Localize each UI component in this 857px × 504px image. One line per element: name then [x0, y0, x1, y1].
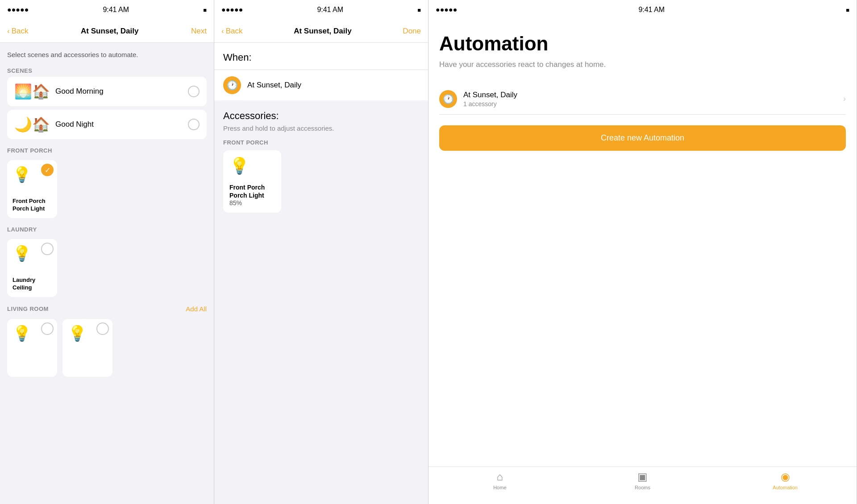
tab-rooms-label: Rooms: [635, 485, 650, 490]
tab-home[interactable]: ⌂ Home: [428, 471, 571, 490]
select-subtext: Select scenes and accessories to automat…: [0, 43, 214, 63]
content-2: When: 🕐 At Sunset, Daily Accessories: Pr…: [214, 43, 428, 504]
laundry-header: LAUNDRY: [0, 222, 214, 235]
front-porch-header: FRONT PORCH: [0, 143, 214, 157]
placeholder-radio-2[interactable]: [96, 322, 109, 335]
rooms-icon: ▣: [637, 471, 648, 483]
back-button-2[interactable]: ‹ Back: [221, 27, 242, 36]
time-display: 9:41 AM: [103, 6, 129, 14]
battery-icon-3: ■: [846, 7, 849, 13]
front-porch-grid: 💡 Front PorchPorch Light ✓: [0, 157, 214, 222]
placeholder-icon-1: 💡: [12, 324, 31, 342]
tab-automation[interactable]: ◉ Automation: [714, 471, 857, 490]
status-bar-2: ●●●●● 9:41 AM ■: [214, 0, 428, 20]
automation-title: Automation: [439, 33, 846, 54]
accessories-subtitle: Press and hold to adjust accessories.: [223, 124, 419, 132]
good-night-radio[interactable]: [188, 119, 200, 130]
placeholder-radio-1[interactable]: [41, 322, 54, 335]
laundry-radio[interactable]: [41, 243, 54, 255]
good-night-icon: 🌙🏠: [14, 116, 50, 133]
acc-living-placeholder-2[interactable]: 💡: [62, 319, 112, 377]
signal-icon: ●●●●●: [7, 6, 29, 14]
good-night-label: Good Night: [55, 120, 94, 129]
chevron-right-icon: ›: [843, 94, 846, 103]
when-label: When:: [214, 43, 428, 70]
tab-bar-3: ⌂ Home ▣ Rooms ◉ Automation: [428, 467, 857, 504]
automation-row-subtitle: 1 accessory: [463, 100, 837, 107]
check-icon: ✓: [41, 164, 54, 176]
clock-icon: 🕐: [223, 76, 241, 94]
acc-living-placeholder-1[interactable]: 💡: [7, 319, 57, 377]
nav-bar-1: ‹ Back At Sunset, Daily Next: [0, 20, 214, 43]
automation-icon: ◉: [781, 471, 790, 483]
bulb-icon-p2: 💡: [229, 157, 250, 175]
automation-row-title: At Sunset, Daily: [463, 91, 837, 99]
bulb-icon-yellow: 💡: [12, 165, 31, 183]
done-button[interactable]: Done: [403, 27, 421, 36]
front-porch-light-label: Front PorchPorch Light: [12, 198, 46, 213]
scene-good-night[interactable]: 🌙🏠 Good Night: [7, 110, 207, 139]
scene-good-morning[interactable]: 🌅🏠 Good Morning: [7, 77, 207, 106]
good-morning-label: Good Morning: [55, 87, 104, 96]
good-morning-icon: 🌅🏠: [14, 83, 50, 100]
placeholder-icon-2: 💡: [68, 324, 87, 342]
accessories-grid-p2: 💡 Front PorchPorch Light 85%: [223, 150, 419, 213]
nav-bar-2: ‹ Back At Sunset, Daily Done: [214, 20, 428, 43]
automation-content: Automation Have your accessories react t…: [428, 20, 857, 467]
living-room-section-header: LIVING ROOM Add All: [0, 301, 214, 315]
good-morning-radio[interactable]: [188, 86, 200, 97]
acc-pct-p2: 85%: [229, 199, 265, 207]
laundry-ceiling-label: LaundryCeiling: [12, 277, 35, 292]
front-porch-group-label: FRONT PORCH: [223, 139, 419, 146]
automation-subtitle: Have your accessories react to changes a…: [439, 59, 846, 70]
create-automation-button[interactable]: Create new Automation: [439, 125, 846, 151]
tab-automation-label: Automation: [773, 485, 798, 490]
time-display-2: 9:41 AM: [317, 6, 343, 14]
status-bar-3: ●●●●● 9:41 AM ■: [428, 0, 857, 20]
living-room-header: LIVING ROOM: [7, 306, 49, 312]
automation-clock-icon: 🕐: [439, 90, 457, 108]
nav-title-2: At Sunset, Daily: [294, 27, 351, 36]
time-display-3: 9:41 AM: [638, 6, 665, 14]
living-room-grid: 💡 💡: [0, 315, 214, 380]
accessories-section: Accessories: Press and hold to adjust ac…: [214, 101, 428, 222]
automation-info: At Sunset, Daily 1 accessory: [463, 91, 837, 107]
signal-icon-2: ●●●●●: [221, 6, 243, 14]
acc-name-p2: Front PorchPorch Light: [229, 183, 265, 199]
tab-home-label: Home: [493, 485, 506, 490]
phone-3: ●●●●● 9:41 AM ■ Automation Have your acc…: [428, 0, 857, 504]
automation-row[interactable]: 🕐 At Sunset, Daily 1 accessory ›: [439, 84, 846, 115]
scenes-header: SCENES: [0, 63, 214, 77]
home-icon: ⌂: [497, 471, 503, 483]
nav-title-1: At Sunset, Daily: [81, 27, 138, 36]
signal-icon-3: ●●●●●: [436, 6, 457, 14]
tab-rooms[interactable]: ▣ Rooms: [571, 471, 714, 490]
phone-2: ●●●●● 9:41 AM ■ ‹ Back At Sunset, Daily …: [214, 0, 428, 504]
acc-tile-front-porch-p2[interactable]: 💡 Front PorchPorch Light 85%: [223, 150, 281, 213]
laundry-grid: 💡 LaundryCeiling: [0, 235, 214, 301]
when-section: When: 🕐 At Sunset, Daily: [214, 43, 428, 100]
battery-icon: ■: [203, 7, 207, 13]
acc-front-porch-light[interactable]: 💡 Front PorchPorch Light ✓: [7, 160, 57, 218]
content-1: Select scenes and accessories to automat…: [0, 43, 214, 504]
bulb-icon-blue: 💡: [12, 244, 31, 262]
phone-1: ●●●●● 9:41 AM ■ ‹ Back At Sunset, Daily …: [0, 0, 214, 504]
battery-icon-2: ■: [417, 7, 421, 13]
acc-laundry-ceiling[interactable]: 💡 LaundryCeiling: [7, 239, 57, 297]
status-bar-1: ●●●●● 9:41 AM ■: [0, 0, 214, 20]
back-button-1[interactable]: ‹ Back: [7, 27, 28, 36]
next-button[interactable]: Next: [191, 27, 207, 36]
accessories-title: Accessories:: [223, 110, 419, 122]
add-all-button[interactable]: Add All: [186, 305, 207, 313]
when-item[interactable]: 🕐 At Sunset, Daily: [214, 70, 428, 100]
when-item-text: At Sunset, Daily: [247, 81, 301, 90]
